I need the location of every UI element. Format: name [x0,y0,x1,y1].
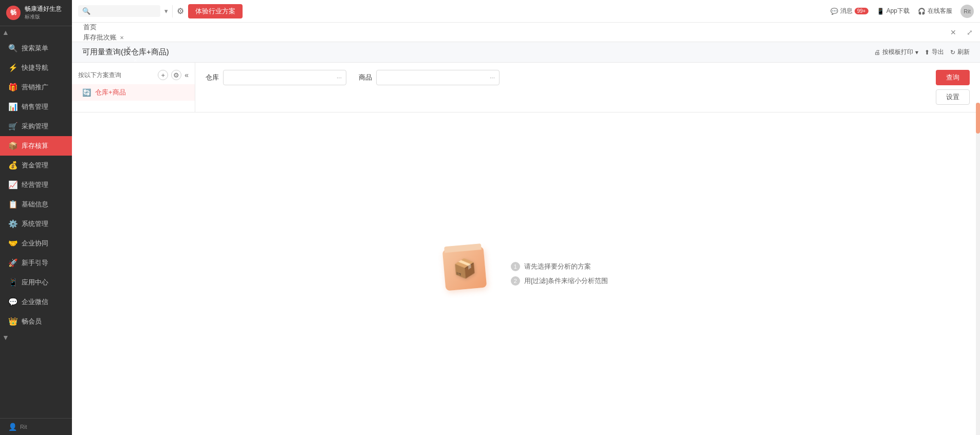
sidebar-label-10: 企业协同 [22,239,48,248]
tab-close-2[interactable]: ✕ [126,45,131,51]
collapse-btn[interactable]: « [184,71,189,79]
sidebar-header: 畅 畅康通好生意 标准版 [0,0,72,26]
online-service-action[interactable]: 🎧 在线客服 [918,7,952,15]
tab-1[interactable]: 库存批次账✕ [76,33,144,43]
sidebar-label-12: 应用中心 [22,278,48,287]
messages-label: 消息 [840,7,853,15]
content-area: 可用量查询(按仓库+商品) 🖨 按模板打印 ▾ ⬆ 导出 ↻ 刷新 [72,42,980,435]
sidebar-item-快捷导航[interactable]: ⚡快捷导航 [0,58,72,78]
sidebar-nav: ▲ 🔍搜索菜单⚡快捷导航🎁营销推广📊销售管理🛒采购管理📦库存核算💰资金管理📈经营… [0,26,72,418]
sidebar-item-营销推广[interactable]: 🎁营销推广 [0,78,72,97]
sidebar-item-采购管理[interactable]: 🛒采购管理 [0,117,72,136]
messages-action[interactable]: 💬 消息 99+ [830,7,868,15]
headphone-icon: 🎧 [918,8,926,15]
print-btn[interactable]: 🖨 按模板打印 ▾ [874,48,918,56]
dropdown-arrow[interactable]: ▾ [164,7,168,15]
tab-label-0: 首页 [83,23,97,32]
box-emoji: 📦 [452,257,477,280]
online-service-label: 在线客服 [928,7,952,15]
scheme-items: 🔄仓库+商品 [72,84,195,101]
sidebar-item-搜索菜单[interactable]: 🔍搜索菜单 [0,39,72,58]
scheme-item-0[interactable]: 🔄仓库+商品 [72,84,195,101]
close-tab-btn[interactable]: ✕ [947,26,959,39]
sidebar-icon-12: 📱 [8,278,17,287]
sidebar-icon-5: 📦 [8,141,17,150]
empty-hint-1: 1 请先选择要分析的方案 [511,262,608,271]
expand-btn[interactable]: ⤢ [964,26,976,39]
message-icon: 💬 [830,8,838,15]
sidebar-icon-8: 📋 [8,200,17,209]
right-scrollbar[interactable] [976,103,980,435]
refresh-btn[interactable]: ↻ 刷新 [950,48,970,56]
sidebar-label-6: 资金管理 [22,161,48,170]
sidebar-item-应用中心[interactable]: 📱应用中心 [0,273,72,292]
product-more-icon[interactable]: ··· [490,74,495,81]
sidebar: 畅 畅康通好生意 标准版 ▲ 🔍搜索菜单⚡快捷导航🎁营销推广📊销售管理🛒采购管理… [0,0,72,435]
tab-0[interactable]: 首页 [76,23,144,33]
sidebar-item-企业微信[interactable]: 💬企业微信 [0,292,72,312]
sidebar-item-系统管理[interactable]: ⚙️系统管理 [0,214,72,234]
search-icon: 🔍 [82,7,90,15]
sidebar-icon-11: 🚀 [8,258,17,268]
tab-close-1[interactable]: ✕ [120,35,124,41]
export-btn[interactable]: ⬆ 导出 [924,48,944,56]
query-area: 按以下方案查询 + ⚙ « 🔄仓库+商品 仓库 ··· [72,63,980,112]
sidebar-item-库存核算[interactable]: 📦库存核算 [0,136,72,156]
empty-state: 📦 1 请先选择要分析的方案 2 用[过滤]条件来缩小分析范围 [72,112,980,435]
setting-btn[interactable]: 设置 [936,89,970,105]
product-label: 商品 [359,73,372,82]
sidebar-item-企业协同[interactable]: 🤝企业协同 [0,234,72,253]
sidebar-icon-10: 🤝 [8,239,17,248]
empty-hint-2: 2 用[过滤]条件来缩小分析范围 [511,276,608,286]
trial-btn[interactable]: 体验行业方案 [188,4,243,18]
sidebar-label-4: 采购管理 [22,122,48,131]
print-label: 按模板打印 [882,48,913,56]
sidebar-icon-6: 💰 [8,161,17,170]
tab-close-3[interactable]: ✕ [133,58,137,63]
query-btn[interactable]: 查询 [936,70,970,85]
sidebar-icon-9: ⚙️ [8,219,17,229]
app-download-action[interactable]: 📱 App下载 [877,7,910,15]
filter-actions: 查询 设置 [936,70,970,105]
tab-label-1: 库存批次账 [83,33,117,42]
tabs-container: 首页库存批次账✕收发存汇总表✕可用量库存账本✕ [76,23,144,42]
sidebar-item-基础信息[interactable]: 📋基础信息 [0,195,72,214]
product-input[interactable]: ··· [376,70,500,85]
sidebar-item-经营管理[interactable]: 📈经营管理 [0,175,72,195]
refresh-icon: ↻ [950,49,955,56]
warehouse-label: 仓库 [206,73,219,82]
export-label: 导出 [932,48,944,56]
sidebar-icon-2: 🎁 [8,83,17,92]
scroll-down-btn[interactable]: ▼ [0,331,11,344]
app-info: 畅康通好生意 标准版 [25,5,62,21]
empty-box-icon: 📦 [442,247,487,291]
gear-icon[interactable]: ⚙ [177,6,184,16]
search-input[interactable] [93,8,154,15]
sidebar-item-资金管理[interactable]: 💰资金管理 [0,156,72,175]
tabbar-right: ✕ ⤢ [947,23,976,42]
sidebar-footer: 👤 Rit [0,418,72,435]
sidebar-label-0: 搜索菜单 [22,44,48,53]
warehouse-more-icon[interactable]: ··· [337,74,342,81]
sidebar-icon-1: ⚡ [8,63,17,72]
search-box: 🔍 [78,5,160,17]
page-title: 可用量查询(按仓库+商品) [82,47,169,57]
sidebar-label-9: 系统管理 [22,219,48,229]
app-logo: 畅 [6,6,21,20]
app-name: 畅康通好生意 [25,5,62,13]
add-scheme-btn[interactable]: + [158,70,168,80]
sidebar-item-新手引导[interactable]: 🚀新手引导 [0,253,72,273]
user-avatar[interactable]: Rit [960,5,974,18]
sidebar-label-1: 快捷导航 [22,63,48,72]
sidebar-item-畅会员[interactable]: 👑畅会员 [0,312,72,331]
app-edition: 标准版 [25,13,62,21]
scheme-panel: 按以下方案查询 + ⚙ « 🔄仓库+商品 [72,63,195,112]
sidebar-icon-3: 📊 [8,102,17,111]
edit-scheme-btn[interactable]: ⚙ [171,70,181,80]
scroll-up-btn[interactable]: ▲ [0,26,11,39]
warehouse-input[interactable]: ··· [223,70,346,85]
sidebar-item-销售管理[interactable]: 📊销售管理 [0,97,72,117]
phone-icon: 📱 [877,8,884,15]
scheme-label-0: 仓库+商品 [95,88,126,97]
empty-illustration: 📦 [444,248,495,299]
